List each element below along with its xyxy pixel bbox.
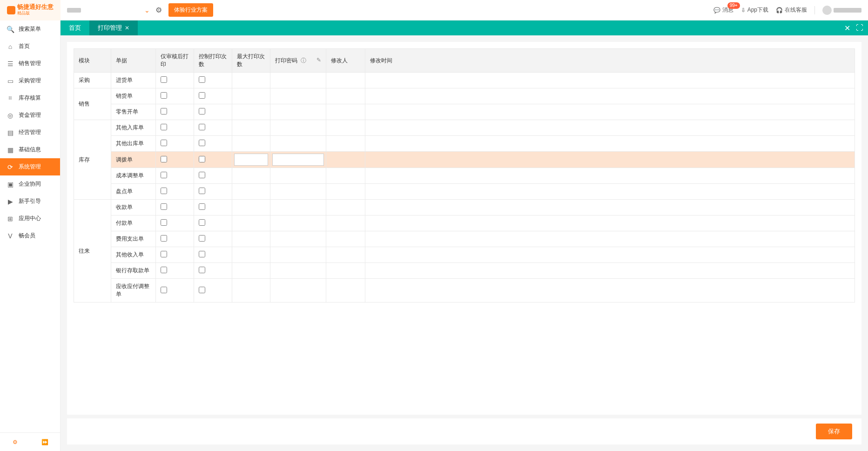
audit-checkbox[interactable] [161, 124, 167, 130]
table-header-row: 模块 单据 仅审核后打印 控制打印次数 最大打印次数 打印密码 ⓘ ✎ 修改人 … [74, 49, 855, 73]
cell-time [365, 152, 855, 168]
audit-checkbox[interactable] [161, 156, 167, 162]
sidebar-item-base[interactable]: ▦基础信息 [0, 141, 60, 158]
sidebar-item-label: 库存核算 [19, 94, 41, 102]
ctrl-checkbox[interactable] [199, 156, 205, 162]
table-row: 销售销货单 [74, 88, 855, 104]
messages-link[interactable]: 💬 消息 99+ [713, 6, 733, 14]
audit-checkbox[interactable] [161, 92, 167, 99]
cell-ctrl [194, 104, 232, 120]
ctrl-checkbox[interactable] [199, 267, 205, 273]
panel: 模块 单据 仅审核后打印 控制打印次数 最大打印次数 打印密码 ⓘ ✎ 修改人 … [67, 42, 861, 415]
cell-time [365, 73, 855, 88]
pwd-input[interactable] [272, 154, 324, 166]
ctrl-checkbox[interactable] [199, 172, 205, 178]
ctrl-checkbox[interactable] [199, 251, 205, 257]
purchase-icon: ▭ [7, 77, 14, 85]
ctrl-checkbox[interactable] [199, 203, 205, 210]
save-button[interactable]: 保存 [816, 424, 852, 439]
sidebar-settings-icon[interactable]: ⚙ [0, 433, 30, 451]
sidebar-item-search[interactable]: 🔍搜索菜单 [0, 20, 60, 38]
ctrl-checkbox[interactable] [199, 92, 205, 99]
online-service-link[interactable]: 🎧 在线客服 [776, 6, 807, 14]
audit-checkbox[interactable] [161, 251, 167, 257]
sidebar-item-coop[interactable]: ▣企业协同 [0, 175, 60, 193]
audit-checkbox[interactable] [161, 203, 167, 210]
sidebar-item-funds[interactable]: ◎资金管理 [0, 107, 60, 124]
user-menu[interactable] [822, 6, 861, 15]
app-download-label: App下载 [747, 6, 768, 14]
sidebar-item-home[interactable]: ⌂首页 [0, 38, 60, 55]
th-editor: 修改人 [326, 49, 365, 73]
ctrl-checkbox[interactable] [199, 124, 205, 130]
audit-checkbox[interactable] [161, 108, 167, 114]
tab-close-icon[interactable]: ✕ [125, 25, 129, 31]
sidebar-item-stock[interactable]: ⌗库存核算 [0, 89, 60, 107]
table-row: 盘点单 [74, 184, 855, 200]
cell-audit [156, 168, 194, 184]
cell-bill: 应收应付调整单 [111, 279, 156, 303]
logo[interactable]: 畅捷通好生意 精品版 [0, 0, 61, 20]
base-icon: ▦ [7, 146, 14, 154]
audit-checkbox[interactable] [161, 235, 167, 242]
sidebar-item-label: 新手引导 [19, 197, 41, 205]
audit-checkbox[interactable] [161, 172, 167, 178]
sidebar-item-system[interactable]: ⟳系统管理 [0, 158, 60, 175]
try-industry-button[interactable]: 体验行业方案 [168, 3, 213, 17]
ctrl-checkbox[interactable] [199, 140, 205, 146]
tab-close-all-icon[interactable]: ✕ [844, 24, 850, 33]
cell-ctrl [194, 231, 232, 247]
cell-audit [156, 231, 194, 247]
ctrl-checkbox[interactable] [199, 108, 205, 114]
table-row: 付款单 [74, 215, 855, 231]
cell-max [232, 200, 270, 215]
cell-time [365, 120, 855, 136]
expand-icon[interactable]: ⛶ [856, 24, 863, 32]
tab-home[interactable]: 首页 [61, 20, 89, 35]
audit-checkbox[interactable] [161, 287, 167, 293]
audit-checkbox[interactable] [161, 76, 167, 83]
company-select[interactable]: ⌄ [64, 7, 150, 14]
cell-max [232, 215, 270, 231]
cell-pwd [270, 279, 326, 303]
sidebar-item-guide[interactable]: ▶新手引导 [0, 193, 60, 210]
audit-checkbox[interactable] [161, 140, 167, 146]
message-icon: 💬 [713, 7, 720, 13]
sidebar-item-vip[interactable]: V畅会员 [0, 227, 60, 244]
cell-editor [326, 152, 365, 168]
max-count-input[interactable] [234, 154, 268, 166]
edit-icon[interactable]: ✎ [316, 57, 321, 63]
cell-max [232, 231, 270, 247]
home-icon: ⌂ [7, 43, 14, 50]
cell-time [365, 279, 855, 303]
sidebar-item-sales[interactable]: ☰销售管理 [0, 55, 60, 72]
avatar-icon [822, 6, 832, 15]
cell-ctrl [194, 215, 232, 231]
help-icon[interactable]: ⓘ [301, 57, 306, 64]
cell-ctrl [194, 88, 232, 104]
audit-checkbox[interactable] [161, 267, 167, 273]
sidebar-item-apps[interactable]: ⊞应用中心 [0, 210, 60, 227]
sidebar-item-purchase[interactable]: ▭采购管理 [0, 72, 60, 89]
audit-checkbox[interactable] [161, 219, 167, 226]
sidebar-item-operate[interactable]: ▤经营管理 [0, 124, 60, 141]
cell-time [365, 231, 855, 247]
sidebar-collapse-icon[interactable]: ⏩ [30, 433, 61, 451]
ctrl-checkbox[interactable] [199, 287, 205, 293]
table-row: 库存其他入库单 [74, 120, 855, 136]
audit-checkbox[interactable] [161, 188, 167, 194]
cell-max [232, 279, 270, 303]
gear-icon[interactable]: ⚙ [155, 6, 162, 14]
cell-bill: 成本调整单 [111, 168, 156, 184]
ctrl-checkbox[interactable] [199, 219, 205, 226]
cell-editor [326, 73, 365, 88]
tabs-right: ✕ ⛶ [844, 20, 868, 35]
app-download-link[interactable]: ⇩ App下载 [741, 6, 768, 14]
tab-print[interactable]: 打印管理✕ [89, 20, 138, 35]
ctrl-checkbox[interactable] [199, 76, 205, 83]
ctrl-checkbox[interactable] [199, 188, 205, 194]
th-audit: 仅审核后打印 [156, 49, 194, 73]
cell-bill: 盘点单 [111, 184, 156, 200]
cell-editor [326, 184, 365, 200]
ctrl-checkbox[interactable] [199, 235, 205, 242]
